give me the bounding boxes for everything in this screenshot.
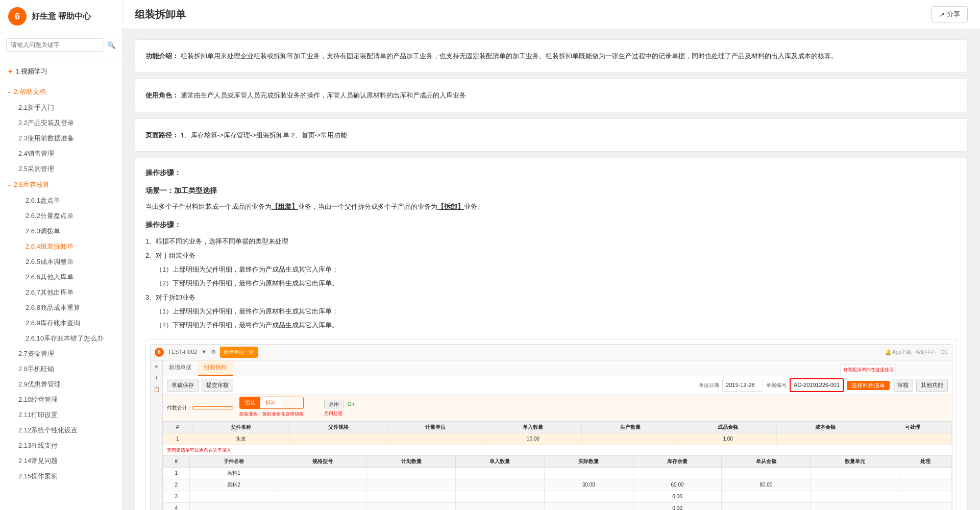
- sidebar-nav: + 1.视频学习 - 2.帮助文档 2.1新手入门 2.2产品安装及登录 2.3…: [0, 57, 122, 510]
- role-card: 使用角色： 通常由生产人员或库管人员完成拆装业务的操作，库管人员确认原材料的出库…: [135, 79, 968, 112]
- mock-th2-num: #: [163, 455, 190, 467]
- scene1-desc-text: 当由多个子件材料组装成一个成品的业务为: [145, 203, 272, 210]
- feature-intro-content: 组装拆卸单用来处理企业组装或拆卸等加工业务，支持有固定装配清单的产品加工业务，也…: [181, 52, 838, 60]
- sidebar-item-data-prep[interactable]: 2.3使用前数据准备: [0, 131, 122, 146]
- sidebar-item-cases[interactable]: 2.15操作案例: [0, 469, 122, 484]
- mock-settings-icon: ⚙: [211, 347, 216, 357]
- feature-intro-text: 功能介绍： 组装拆卸单用来处理企业组装或拆卸等加工业务，支持有固定装配清单的产品…: [145, 50, 957, 62]
- sidebar-item-partial-stocktake[interactable]: 2.6.2分量盘点单: [0, 208, 122, 224]
- sidebar-item-inventory-ledger[interactable]: 2.6.9库存账本查询: [0, 315, 122, 331]
- mock-icons-right: 🔔 App下载 帮助中心 CC: [885, 348, 948, 357]
- sidebar-item-transfer[interactable]: 2.6.3调拨单: [0, 224, 122, 239]
- main-content: 组装拆卸单 ↗ 分享 功能介绍： 组装拆卸单用来处理企业组装或拆卸等加工业务，支…: [122, 0, 980, 510]
- sidebar: 6 好生意 帮助中心 🔍 + 1.视频学习 - 2.帮助文档 2.1新手入门 2…: [0, 0, 122, 510]
- sidebar-item-label-26: 2.6库存核算: [14, 180, 50, 189]
- mock-type-assembly[interactable]: 组装: [240, 397, 260, 408]
- mock-th2-qty-unit: 数量单元: [811, 455, 899, 467]
- sidebar-item-other-out[interactable]: 2.6.7其他出库单: [0, 285, 122, 300]
- mock-th-qty-in: 单入数量: [484, 421, 582, 433]
- mock-td-1-name: 头发: [192, 433, 289, 445]
- sidebar-item-stocktake[interactable]: 2.6.1盘点单: [0, 193, 122, 208]
- steps-intro: 操作步骤：: [145, 218, 957, 231]
- mock-save-btn[interactable]: 草稿保存: [167, 379, 199, 392]
- mock-child-row-3: 3 0.00: [163, 491, 952, 502]
- mock-th-product-amt: 成品金额: [679, 421, 777, 433]
- disassembly-term: 【拆卸】: [437, 203, 464, 210]
- mock-new-btn[interactable]: 新增单据一览: [220, 347, 258, 358]
- mock-other-btn[interactable]: 其他功能: [916, 379, 948, 392]
- mock-type-row: 件数合计： 组装 拆卸 组装业务、拆卸业务在这里切换: [163, 395, 952, 421]
- mock-tab-new[interactable]: 新增单据: [163, 360, 198, 376]
- sidebar-item-ops[interactable]: 2.10经营管理: [0, 392, 122, 407]
- sidebar-item-sales[interactable]: 2.4销售管理: [0, 146, 122, 161]
- page-title: 组装拆卸单: [135, 8, 186, 21]
- step1-text: 1、根据不同的业务，选择不同单据的类型来处理: [145, 235, 957, 247]
- logo-icon: 6: [8, 7, 27, 26]
- sidebar-item-newcomer[interactable]: 2.1新手入门: [0, 100, 122, 115]
- step3-2-text: （2）下部明细为子件明细，最终作为产成品生成其它入库单。: [156, 319, 957, 331]
- sidebar-item-finance[interactable]: 2.7资金管理: [0, 346, 122, 361]
- feature-intro-label: 功能介绍：: [145, 52, 179, 60]
- sidebar-item-video[interactable]: + 1.视频学习: [0, 63, 122, 80]
- sidebar-item-assembly[interactable]: 2.6.4组装拆卸单: [0, 239, 122, 254]
- mock-app-id: TEST-H002: [168, 347, 197, 357]
- on-status: On: [348, 401, 354, 407]
- mock-toolbar: 草稿保存 提交审核 单据日期 2019-12-28 单据编号 AD-201912…: [163, 376, 952, 395]
- path-text: 页面路径： 1、库存核算->库存管理->组装拆卸单 2、首页->常用功能: [145, 129, 957, 141]
- mock-th-num: #: [163, 421, 192, 433]
- annotation-bom: 有装配清单的在这里处理: [841, 364, 896, 375]
- mock-th2-process: 处理: [899, 455, 952, 467]
- sidebar-item-print[interactable]: 2.11打印设置: [0, 407, 122, 423]
- mock-th2-plan-qty: 计划数量: [367, 455, 456, 467]
- mock-confirm-btn[interactable]: 审核: [893, 379, 913, 392]
- step3-text: 3、对于拆卸业务: [145, 292, 957, 303]
- sidebar-item-other-in[interactable]: 2.6.6其他入库单: [0, 270, 122, 285]
- mock-th-cost-amt: 成本金额: [777, 421, 874, 433]
- share-button[interactable]: ↗ 分享: [932, 6, 968, 22]
- sidebar-item-help-docs[interactable]: - 2.帮助文档: [0, 84, 122, 100]
- mock-th2-spec: 规格型号: [278, 455, 367, 467]
- mock-tab-assembly[interactable]: 组装拆卸: [198, 360, 233, 376]
- mock-th-prod-qty: 生产数量: [582, 421, 679, 433]
- sidebar-item-purchase[interactable]: 2.5采购管理: [0, 161, 122, 177]
- path-content: 1、库存核算->库存管理->组装拆卸单 2、首页->常用功能: [181, 131, 348, 139]
- scene1-title: 场景一：加工类型选择: [145, 184, 957, 197]
- sidebar-item-install[interactable]: 2.2产品安装及登录: [0, 115, 122, 131]
- mock-td-1-spec: [289, 433, 387, 445]
- sidebar-item-faq[interactable]: 2.14常见问题: [0, 453, 122, 469]
- mock-count-input[interactable]: [192, 406, 233, 409]
- minus-icon-26: -: [8, 181, 11, 189]
- mock-child-row-2: 2 原料2 30.00 60.00 80.00: [163, 479, 952, 491]
- mock-form-date-label: 单据日期: [699, 381, 719, 390]
- sidebar-item-inventory[interactable]: - 2.6库存核算: [0, 177, 122, 193]
- mock-dropdown: ▼: [201, 347, 207, 357]
- sidebar-item-mobile[interactable]: 2.8手机旺铺: [0, 361, 122, 377]
- sidebar-item-online-pay[interactable]: 2.13在线支付: [0, 438, 122, 453]
- screenshot-container: 6 TEST-H002 ▼ ⚙ 新增单据一览 🔔 App下载 帮助中心 CC ≡…: [145, 339, 957, 510]
- search-area: 🔍: [0, 33, 122, 57]
- sidebar-item-customize[interactable]: 2.12系统个性化设置: [0, 423, 122, 438]
- mock-th-processable: 可处理: [874, 421, 951, 433]
- path-card: 页面路径： 1、库存核算->库存管理->组装拆卸单 2、首页->常用功能: [135, 118, 968, 152]
- steps-main-title: 操作步骤：: [145, 166, 957, 179]
- sidebar-item-cost-recalc[interactable]: 2.6.8商品成本重算: [0, 300, 122, 315]
- mock-td-1-qin: 10.00: [484, 433, 582, 445]
- minus-icon-2: -: [8, 88, 11, 96]
- mock-enable-btn[interactable]: 启用: [324, 400, 344, 408]
- mock-type-disassembly[interactable]: 拆卸: [260, 397, 281, 408]
- role-content: 通常由生产人员或库管人员完成拆装业务的操作，库管人员确认原材料的出库和产成品的入…: [181, 91, 466, 99]
- sidebar-item-inventory-fix[interactable]: 2.6.10库存账本错了怎么办: [0, 331, 122, 346]
- share-label: 分享: [947, 10, 960, 19]
- sidebar-item-coupon[interactable]: 2.9优惠券管理: [0, 377, 122, 392]
- mock-app-bar: 6 TEST-H002 ▼ ⚙ 新增单据一览 🔔 App下载 帮助中心 CC: [151, 345, 952, 360]
- mock-form-num-val: AD-20191226-001: [790, 378, 844, 393]
- mock-th-unit: 计量单位: [387, 421, 484, 433]
- mock-submit-btn[interactable]: 提交审核: [202, 379, 233, 392]
- nav-section-1: + 1.视频学习: [0, 61, 122, 82]
- mock-app: 6 TEST-H002 ▼ ⚙ 新增单据一览 🔔 App下载 帮助中心 CC ≡…: [150, 344, 952, 510]
- step3-1-text: （1）上部明细为父件明细，最终作为原材料生成其它出库单；: [156, 305, 957, 317]
- mock-bom-btn[interactable]: 选择料件清单: [847, 381, 890, 390]
- search-button[interactable]: 🔍: [107, 41, 116, 49]
- search-input[interactable]: [6, 38, 104, 52]
- sidebar-item-cost-adjust[interactable]: 2.6.5成本调整单: [0, 254, 122, 270]
